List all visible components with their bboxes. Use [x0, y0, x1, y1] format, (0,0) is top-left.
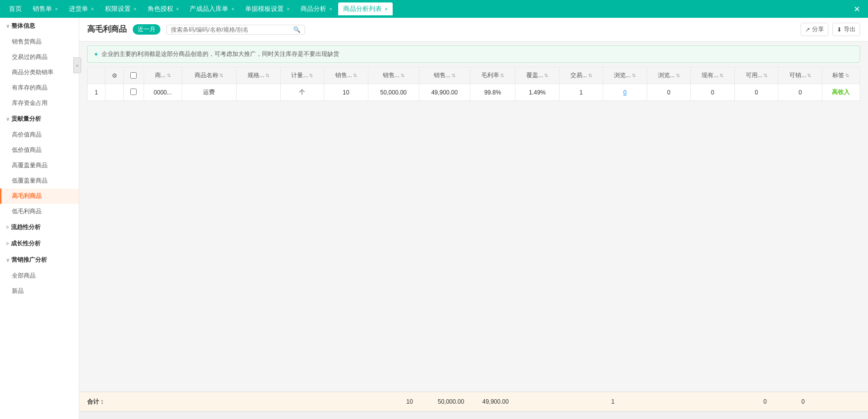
- close-window-btn[interactable]: ✕: [849, 4, 864, 14]
- nav-item-4[interactable]: 角色授权×: [143, 2, 184, 15]
- settings-icon[interactable]: ⚙: [112, 72, 117, 79]
- sort-icon-browse1[interactable]: ⇅: [632, 73, 636, 78]
- nav-item-0[interactable]: 首页: [4, 2, 27, 15]
- col-label-available: 可用...: [746, 71, 763, 80]
- nav-close-icon-5[interactable]: ×: [231, 6, 234, 12]
- sidebar-item-1-3[interactable]: 低覆盖量商品: [0, 173, 79, 188]
- sidebar-item-4-0[interactable]: 全部商品: [0, 268, 79, 283]
- col-header-coverage[interactable]: 覆盖...⇅: [515, 67, 560, 84]
- sort-icon-code[interactable]: ⇅: [167, 73, 171, 78]
- cell-browse1-0[interactable]: 0: [603, 84, 647, 101]
- nav-close-icon-8[interactable]: ×: [385, 6, 388, 12]
- nav-item-5[interactable]: 产成品入库单×: [185, 2, 239, 15]
- sidebar: ∨整体信息销售货商品交易过的商品商品分类助销率有库存的商品库存资金占用∨贡献量分…: [0, 18, 79, 419]
- col-label-name: 商品名称: [195, 71, 218, 80]
- cell-browse2-0: 0: [647, 84, 691, 101]
- sidebar-item-0-0[interactable]: 销售货商品: [0, 34, 79, 49]
- col-header-name[interactable]: 商品名称⇅: [182, 67, 236, 84]
- nav-close-icon-1[interactable]: ×: [55, 6, 58, 12]
- sidebar-item-0-3[interactable]: 有库存的商品: [0, 80, 79, 95]
- nav-item-1[interactable]: 销售单×: [28, 2, 63, 15]
- sidebar-group-3[interactable]: >成长性分析: [0, 235, 79, 252]
- browse-link-0[interactable]: 0: [623, 89, 627, 96]
- footer-cells: 1050,000.0049,900.00100: [127, 398, 860, 405]
- sort-icon-saleable[interactable]: ⇅: [807, 73, 811, 78]
- nav-close-icon-6[interactable]: ×: [287, 6, 290, 12]
- cell-saleable-0: 0: [778, 84, 822, 101]
- sort-icon-name[interactable]: ⇅: [219, 73, 223, 78]
- sidebar-collapse-button[interactable]: «: [73, 57, 81, 73]
- col-header-browse2[interactable]: 浏览...⇅: [647, 67, 691, 84]
- col-header-spec[interactable]: 规格...⇅: [236, 67, 280, 84]
- nav-close-icon-2[interactable]: ×: [91, 6, 94, 12]
- nav-item-8[interactable]: 商品分析列表×: [338, 2, 393, 15]
- footer-cell-11: 1: [594, 398, 632, 405]
- cell-spec-0: [236, 84, 280, 101]
- cell-trade-0: 1: [559, 84, 603, 101]
- sort-icon-available[interactable]: ⇅: [764, 73, 767, 78]
- cell-name-0: 运费: [182, 84, 236, 101]
- col-label-coverage: 覆盖...: [526, 71, 543, 80]
- nav-close-icon-7[interactable]: ×: [329, 6, 332, 12]
- search-icon[interactable]: 🔍: [293, 26, 301, 33]
- sort-icon-current_stock[interactable]: ⇅: [719, 73, 723, 78]
- date-filter-button[interactable]: 近一月: [133, 24, 160, 35]
- nav-item-2[interactable]: 进货单×: [64, 2, 99, 15]
- sidebar-item-1-1[interactable]: 低价值商品: [0, 142, 79, 158]
- search-input[interactable]: [171, 26, 291, 33]
- nav-close-icon-4[interactable]: ×: [176, 6, 179, 12]
- nav-item-3[interactable]: 权限设置×: [100, 2, 142, 15]
- col-header-current_stock[interactable]: 现有...⇅: [691, 67, 735, 84]
- sort-icon-tag[interactable]: ⇅: [845, 73, 849, 78]
- horizontal-scrollbar[interactable]: [79, 411, 868, 419]
- cell-current_stock-0: 0: [691, 84, 735, 101]
- col-label-tag: 标签: [832, 71, 844, 80]
- sort-icon-unit[interactable]: ⇅: [309, 73, 313, 78]
- nav-item-6[interactable]: 单据模板设置×: [240, 2, 295, 15]
- col-header-available[interactable]: 可用...⇅: [734, 67, 778, 84]
- col-header-browse1[interactable]: 浏览...⇅: [603, 67, 647, 84]
- cell-checkbox-0[interactable]: [124, 84, 144, 101]
- sort-icon-gross_margin[interactable]: ⇅: [500, 73, 504, 78]
- footer-row: 合计： 1050,000.0049,900.00100: [79, 391, 868, 411]
- col-header-code[interactable]: 商...⇅: [144, 67, 182, 84]
- col-header-sales_amount[interactable]: 销售...⇅: [368, 67, 419, 84]
- sidebar-item-0-4[interactable]: 库存资金占用: [0, 95, 79, 111]
- sidebar-item-0-2[interactable]: 商品分类助销率: [0, 65, 79, 80]
- col-header-saleable[interactable]: 可销...⇅: [778, 67, 822, 84]
- sort-icon-coverage[interactable]: ⇅: [544, 73, 548, 78]
- sort-icon-sales_qty[interactable]: ⇅: [353, 73, 357, 78]
- sort-icon-spec[interactable]: ⇅: [265, 73, 269, 78]
- sidebar-item-1-4[interactable]: 高毛利商品: [0, 188, 79, 204]
- col-header-sales_qty[interactable]: 销售...⇅: [324, 67, 368, 84]
- sort-icon-trade[interactable]: ⇅: [588, 73, 592, 78]
- sort-icon-browse2[interactable]: ⇅: [676, 73, 680, 78]
- sidebar-group-0[interactable]: ∨整体信息: [0, 18, 79, 34]
- export-button[interactable]: ⬇ 导出: [832, 23, 860, 36]
- sidebar-item-1-2[interactable]: 高覆盖量商品: [0, 158, 79, 173]
- sidebar-item-0-1[interactable]: 交易过的商品: [0, 49, 79, 65]
- col-header-sales_cost[interactable]: 销售...⇅: [419, 67, 470, 84]
- cell-unit-0: 个: [280, 84, 324, 101]
- row-checkbox-0[interactable]: [130, 89, 137, 95]
- sidebar-item-4-1[interactable]: 新品: [0, 283, 79, 299]
- col-header-tag[interactable]: 标签⇅: [822, 67, 860, 84]
- sidebar-group-1[interactable]: ∨贡献量分析: [0, 111, 79, 127]
- col-header-trade[interactable]: 交易...⇅: [559, 67, 603, 84]
- col-header-unit[interactable]: 计量...⇅: [280, 67, 324, 84]
- share-button[interactable]: ↗ 分享: [801, 23, 828, 36]
- footer-cell-3: [241, 398, 280, 405]
- table-container[interactable]: ⚙商...⇅商品名称⇅规格...⇅计量...⇅销售...⇅销售...⇅销售...…: [87, 67, 860, 391]
- select-all-checkbox[interactable]: [130, 72, 137, 79]
- sidebar-item-1-5[interactable]: 低毛利商品: [0, 204, 79, 219]
- col-header-gross_margin[interactable]: 毛利率⇅: [470, 67, 515, 84]
- nav-item-7[interactable]: 商品分析×: [296, 2, 337, 15]
- sidebar-group-4[interactable]: ∨营销推广分析: [0, 252, 79, 268]
- footer-cell-8: 49,900.00: [473, 398, 518, 405]
- footer-cell-13: [670, 398, 708, 405]
- sidebar-group-2[interactable]: >流趋性分析: [0, 219, 79, 235]
- sort-icon-sales_amount[interactable]: ⇅: [401, 73, 405, 78]
- sidebar-item-1-0[interactable]: 高价值商品: [0, 127, 79, 142]
- sort-icon-sales_cost[interactable]: ⇅: [452, 73, 456, 78]
- nav-close-icon-3[interactable]: ×: [134, 6, 137, 12]
